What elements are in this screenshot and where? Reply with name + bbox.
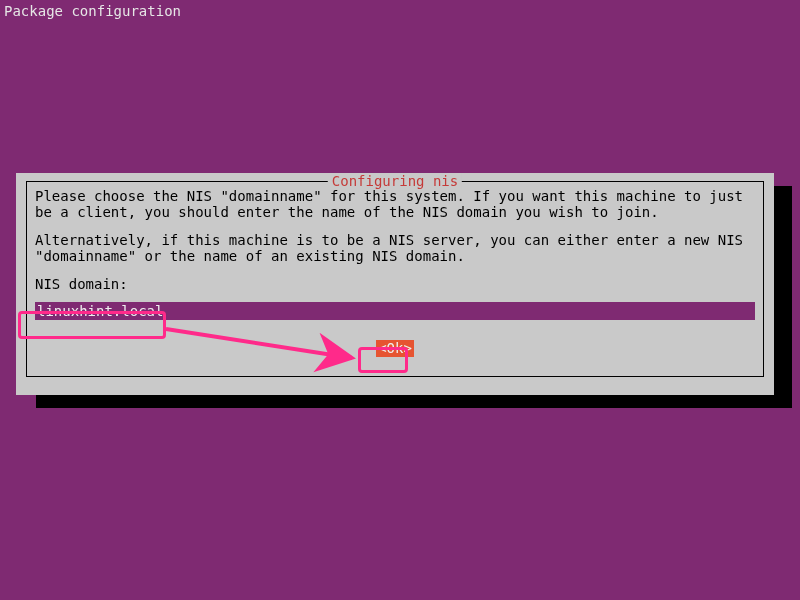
- dialog-paragraph-2: Alternatively, if this machine is to be …: [35, 232, 755, 264]
- spacer: [35, 220, 755, 232]
- dialog-title: Configuring nis: [328, 173, 462, 189]
- screen-title: Package configuration: [4, 3, 181, 19]
- domain-prompt-label: NIS domain:: [35, 276, 755, 292]
- dialog-paragraph-1: Please choose the NIS "domainname" for t…: [35, 188, 755, 220]
- dialog-border: Configuring nis Please choose the NIS "d…: [26, 181, 764, 377]
- domain-input-row: [35, 302, 755, 320]
- config-dialog: Configuring nis Please choose the NIS "d…: [16, 173, 774, 395]
- button-row: <Ok>: [35, 340, 755, 360]
- ok-button[interactable]: <Ok>: [376, 340, 414, 356]
- nis-domain-input[interactable]: [35, 302, 755, 320]
